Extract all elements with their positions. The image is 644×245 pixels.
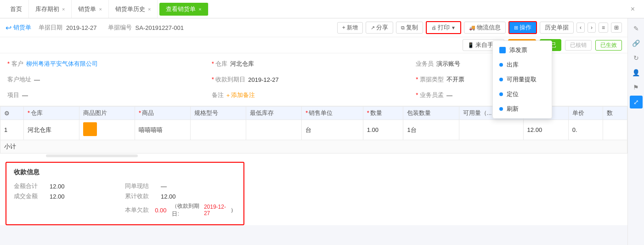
grid-view-button[interactable]: ⊞	[611, 23, 622, 33]
tab-inventory[interactable]: 库存期初 ×	[29, 0, 72, 18]
history-button[interactable]: 历史单据	[540, 22, 574, 34]
cancelled-badge[interactable]: 已核销	[565, 40, 592, 51]
dropdown-item-refresh[interactable]: 刷新	[493, 102, 552, 116]
tab-view-sales-close[interactable]: ×	[198, 6, 201, 12]
subtotal-row: 小计	[0, 140, 627, 154]
same-order-value: —	[161, 183, 167, 190]
warehouse-label: 仓库	[212, 60, 228, 68]
operate-button[interactable]: ⊞ 操作	[508, 21, 537, 34]
cumulative-value: 12.00	[161, 193, 176, 200]
share-button[interactable]: ↗ 分享	[366, 22, 393, 34]
tab-sales-history-close[interactable]: ×	[148, 6, 151, 12]
number-label: 单据编号	[108, 23, 132, 32]
tab-sales[interactable]: 销货单 ×	[72, 0, 108, 18]
row-warehouse: 河北仓库	[23, 120, 79, 140]
sidebar-flag-icon[interactable]: ⚑	[630, 81, 643, 94]
same-order-label: 同单现结	[125, 182, 157, 190]
plus-icon: +	[226, 92, 230, 99]
invoice-label: 添发票	[509, 46, 527, 54]
dropdown-item-outbound[interactable]: 出库	[493, 57, 552, 72]
prev-button[interactable]: ‹	[576, 23, 585, 33]
row-extra	[603, 120, 627, 140]
bottom-info-title: 收款信息	[14, 168, 236, 177]
deal-amount-label: 成交金额	[14, 192, 46, 200]
product-image	[83, 122, 97, 136]
horizontal-scrollbar[interactable]	[46, 154, 138, 157]
due-date-suffix: 2019-12-27	[204, 204, 227, 217]
bottom-info-box: 收款信息 金额合计 12.00 成交金额 12.00 同单现结 —	[6, 162, 244, 225]
project-field: 项目 —	[7, 89, 212, 101]
address-field: 客户地址 —	[7, 74, 212, 85]
outbound-dot	[499, 63, 503, 67]
print-button[interactable]: 🖨 打印 ▼	[426, 21, 461, 34]
note-field: 备注 + 添加备注	[212, 89, 416, 101]
date-value: 2019-12-27	[66, 24, 97, 31]
sidebar-link-icon[interactable]: 🔗	[630, 37, 643, 50]
sidebar-expand-icon[interactable]: ⤢	[630, 96, 643, 108]
row-stock: 12.00	[523, 120, 568, 140]
row-unit-price: 0.	[568, 120, 603, 140]
window-close-button[interactable]: ×	[625, 5, 640, 13]
col-min-stock: 最低库存	[246, 107, 302, 120]
col-pack-qty: 包装数量	[403, 107, 459, 120]
tab-sales-close[interactable]: ×	[99, 6, 102, 12]
dropdown-item-invoice[interactable]: 添发票	[493, 43, 552, 57]
subtotal-label: 小计	[0, 140, 627, 154]
col-model: 规格型号	[191, 107, 246, 120]
copy-button[interactable]: ⧉ 复制	[396, 22, 423, 34]
col-unit-price: 单价	[568, 107, 603, 120]
this-order-due-suffix: （收款到期日:	[172, 202, 200, 218]
row-unit: 台	[302, 120, 363, 140]
due-date-value: 2019-12-27	[248, 76, 279, 83]
tab-inventory-close[interactable]: ×	[62, 6, 65, 12]
note-label: 备注	[212, 91, 224, 99]
address-value: —	[34, 76, 40, 83]
invoice-icon	[499, 47, 506, 53]
col-unit: *销售单位	[302, 107, 363, 120]
tab-view-sales[interactable]: 查看销货单 ×	[159, 3, 208, 16]
sidebar-edit-icon[interactable]: ✎	[630, 22, 643, 35]
sales-person-label: 业务员孟	[416, 91, 444, 99]
col-product: *商品	[135, 107, 191, 120]
warehouse-value: 河北仓库	[230, 60, 254, 68]
effective-badge[interactable]: 已生效	[595, 40, 622, 51]
row-available	[459, 120, 523, 140]
customer-label: 客户	[7, 60, 23, 68]
row-num: 1	[0, 120, 24, 140]
dropdown-item-locate[interactable]: 定位	[493, 87, 552, 102]
add-note-button[interactable]: + 添加备注	[226, 91, 255, 99]
locate-label: 定位	[507, 90, 519, 98]
sales-person-value: —	[446, 92, 452, 99]
logistics-button[interactable]: 🚚 物流信息	[464, 22, 506, 34]
customer-field: 客户 柳州粤港平安气体有限公司	[7, 58, 212, 70]
address-label: 客户地址	[7, 75, 31, 84]
employee-label: 业务员	[416, 60, 434, 68]
doc-type: ↩ 销货单	[6, 23, 31, 32]
warehouse-field: 仓库 河北仓库	[212, 58, 416, 70]
list-view-button[interactable]: ≡	[599, 23, 608, 33]
tab-home[interactable]: 首页	[4, 0, 29, 18]
tab-sales-history[interactable]: 销货单历史 ×	[109, 0, 158, 18]
this-order-due-label: 本单欠款	[125, 206, 151, 214]
operate-dropdown: 添发票 出库 可用量提取 定位 刷新	[492, 40, 552, 119]
sidebar-refresh-icon[interactable]: ↻	[630, 51, 643, 64]
available-dot	[499, 78, 503, 81]
customer-value[interactable]: 柳州粤港平安气体有限公司	[26, 60, 98, 68]
locate-dot	[499, 92, 503, 96]
dropdown-item-available[interactable]: 可用量提取	[493, 72, 552, 87]
ticket-type-label: 票据类型	[416, 75, 444, 84]
col-extra: 数	[603, 107, 627, 120]
ticket-type-value: 不开票	[446, 75, 464, 84]
add-button[interactable]: + 新增	[337, 22, 363, 34]
col-settings[interactable]: ⚙	[0, 107, 24, 120]
refresh-dot	[499, 107, 503, 111]
row-product: 嘻嘻嘻嘻	[135, 120, 191, 140]
due-bracket-close: ）	[231, 206, 236, 214]
row-pack-qty: 1台	[403, 120, 459, 140]
amount-total-row: 金额合计 12.00 成交金额 12.00	[14, 181, 125, 219]
due-date-field: 收款到期日 2019-12-27	[212, 74, 416, 85]
next-button[interactable]: ›	[588, 23, 596, 33]
doc-meta: 单据日期 2019-12-27 单据编号 SA-20191227-001	[39, 23, 184, 32]
sidebar-user-icon[interactable]: 👤	[630, 66, 643, 79]
date-label: 单据日期	[39, 23, 62, 32]
